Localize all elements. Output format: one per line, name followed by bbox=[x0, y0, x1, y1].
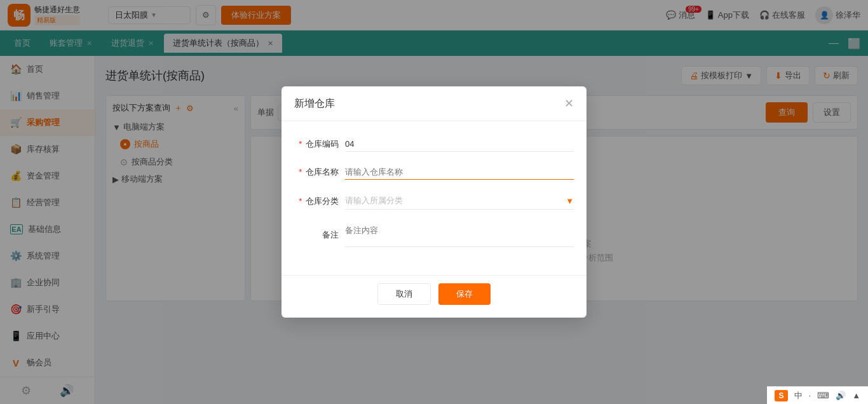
dialog-close-button[interactable]: ✕ bbox=[564, 97, 574, 111]
dialog-body: * 仓库编码 * 仓库名称 * 仓库分类 请输入所属 bbox=[281, 121, 587, 275]
warehouse-note-input[interactable] bbox=[345, 222, 574, 247]
name-required-mark: * bbox=[299, 167, 302, 177]
code-label-text: 仓库编码 bbox=[306, 139, 339, 149]
category-dropdown-arrow: ▼ bbox=[566, 196, 574, 206]
dialog-header: 新增仓库 ✕ bbox=[281, 86, 587, 121]
dialog-title: 新增仓库 bbox=[294, 97, 335, 111]
form-row-category: * 仓库分类 请输入所属分类 ▼ bbox=[294, 192, 574, 210]
status-bar: S 中 · ⌨ 🔊 ▲ bbox=[767, 386, 868, 404]
dialog-footer: 取消 保存 bbox=[281, 276, 587, 318]
warehouse-code-input[interactable] bbox=[345, 137, 574, 152]
category-label-text: 仓库分类 bbox=[306, 196, 339, 206]
status-arrow-icon[interactable]: ▲ bbox=[852, 391, 860, 400]
status-dot: · bbox=[809, 391, 811, 400]
note-label: 备注 bbox=[294, 229, 345, 241]
dialog-overlay: 新增仓库 ✕ * 仓库编码 * 仓库名称 bbox=[0, 0, 868, 404]
add-warehouse-dialog: 新增仓库 ✕ * 仓库编码 * 仓库名称 bbox=[281, 86, 587, 318]
cancel-button[interactable]: 取消 bbox=[377, 283, 431, 305]
code-required-mark: * bbox=[299, 139, 302, 149]
form-row-code: * 仓库编码 bbox=[294, 137, 574, 152]
save-button[interactable]: 保存 bbox=[438, 283, 491, 305]
status-lang[interactable]: 中 bbox=[794, 390, 803, 401]
category-label: * 仓库分类 bbox=[294, 196, 345, 207]
category-required-mark: * bbox=[299, 196, 302, 206]
category-placeholder: 请输入所属分类 bbox=[345, 195, 403, 206]
name-label: * 仓库名称 bbox=[294, 166, 345, 178]
code-label: * 仓库编码 bbox=[294, 138, 345, 150]
warehouse-category-select[interactable]: 请输入所属分类 ▼ bbox=[345, 192, 574, 210]
brand-badge: S bbox=[775, 390, 787, 401]
status-speaker-icon[interactable]: 🔊 bbox=[836, 391, 846, 400]
status-keyboard-icon[interactable]: ⌨ bbox=[817, 391, 829, 400]
note-label-text: 备注 bbox=[322, 230, 339, 239]
form-row-note: 备注 bbox=[294, 222, 574, 247]
form-row-name: * 仓库名称 bbox=[294, 165, 574, 180]
warehouse-name-input[interactable] bbox=[345, 165, 574, 180]
name-label-text: 仓库名称 bbox=[306, 167, 339, 177]
